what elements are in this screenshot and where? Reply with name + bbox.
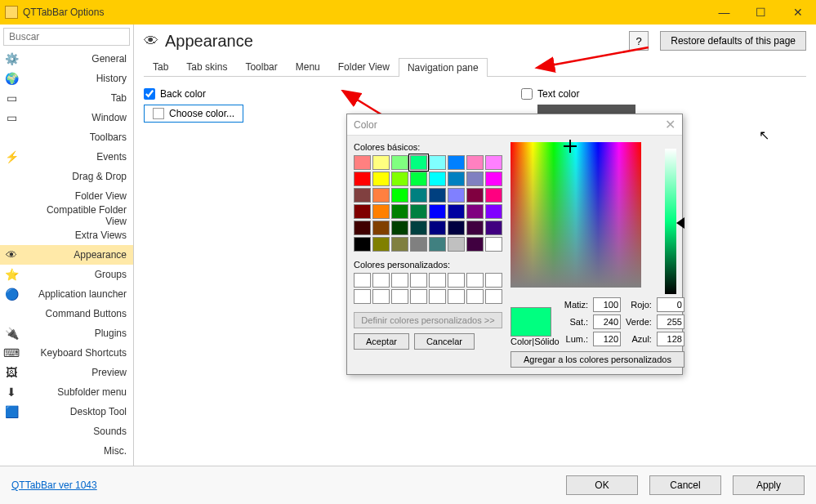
sidebar-item-sounds[interactable]: Sounds: [0, 421, 133, 441]
basic-color-swatch[interactable]: [448, 204, 465, 219]
basic-color-swatch[interactable]: [391, 155, 408, 170]
basic-color-swatch[interactable]: [410, 237, 427, 252]
basic-color-swatch[interactable]: [410, 204, 427, 219]
custom-color-slot[interactable]: [410, 289, 427, 304]
lum-input[interactable]: [593, 332, 621, 346]
color-ok-button[interactable]: Aceptar: [354, 333, 409, 350]
basic-color-swatch[interactable]: [410, 221, 427, 235]
green-input[interactable]: [657, 314, 684, 329]
basic-color-swatch[interactable]: [448, 237, 465, 252]
sidebar-item-application-launcher[interactable]: 🔵Application launcher: [0, 284, 133, 304]
basic-color-swatch[interactable]: [354, 237, 371, 252]
color-gradient-picker[interactable]: [511, 142, 641, 288]
sidebar-item-tab[interactable]: ▭Tab: [0, 88, 133, 108]
basic-color-swatch[interactable]: [410, 188, 427, 203]
minimize-button[interactable]: —: [706, 0, 742, 25]
text-color-checkbox[interactable]: [521, 88, 533, 100]
red-input[interactable]: [657, 297, 684, 312]
sidebar-item-plugins[interactable]: 🔌Plugins: [0, 323, 133, 343]
basic-color-swatch[interactable]: [372, 155, 390, 170]
sidebar-item-command-buttons[interactable]: Command Buttons: [0, 304, 133, 323]
basic-color-swatch[interactable]: [485, 204, 502, 219]
basic-color-swatch[interactable]: [372, 237, 390, 252]
sidebar-item-keyboard-shortcuts[interactable]: ⌨Keyboard Shortcuts: [0, 343, 133, 363]
basic-color-swatch[interactable]: [448, 188, 465, 203]
sidebar-item-general[interactable]: ⚙️General: [0, 49, 133, 69]
restore-defaults-button[interactable]: Restore defaults of this page: [660, 31, 806, 51]
tab-navigation-pane[interactable]: Navigation pane: [399, 58, 488, 77]
back-color-checkbox[interactable]: [144, 88, 155, 100]
tab-menu[interactable]: Menu: [287, 57, 329, 76]
ok-button[interactable]: OK: [566, 475, 638, 495]
sidebar-item-appearance[interactable]: 👁Appearance: [0, 245, 133, 265]
tab-toolbar[interactable]: Toolbar: [236, 57, 286, 76]
sidebar-item-groups[interactable]: ⭐Groups: [0, 265, 133, 284]
custom-color-slot[interactable]: [448, 273, 465, 288]
sidebar-item-extra-views[interactable]: Extra Views: [0, 225, 133, 245]
blue-input[interactable]: [657, 332, 684, 346]
custom-color-slot[interactable]: [372, 289, 390, 304]
custom-color-slot[interactable]: [354, 289, 371, 304]
sidebar-item-drag-drop[interactable]: Drag & Drop: [0, 167, 133, 186]
basic-color-swatch[interactable]: [429, 221, 446, 235]
basic-color-swatch[interactable]: [391, 237, 408, 252]
custom-color-slot[interactable]: [354, 273, 371, 288]
basic-color-swatch[interactable]: [391, 172, 408, 186]
custom-color-slot[interactable]: [448, 289, 465, 304]
basic-color-swatch[interactable]: [354, 221, 371, 235]
basic-color-swatch[interactable]: [466, 188, 484, 203]
basic-color-swatch[interactable]: [372, 221, 390, 235]
sidebar-item-subfolder-menu[interactable]: ⬇Subfolder menu: [0, 382, 133, 402]
basic-color-swatch[interactable]: [466, 172, 484, 186]
basic-color-swatch[interactable]: [354, 188, 371, 203]
search-input[interactable]: [3, 28, 130, 46]
sidebar-item-window[interactable]: ▭Window: [0, 108, 133, 127]
cancel-footer-button[interactable]: Cancel: [649, 475, 721, 495]
sat-input[interactable]: [593, 314, 621, 329]
basic-color-swatch[interactable]: [429, 237, 446, 252]
basic-color-swatch[interactable]: [485, 221, 502, 235]
basic-color-swatch[interactable]: [448, 155, 465, 170]
basic-color-swatch[interactable]: [429, 188, 446, 203]
sidebar-item-preview[interactable]: 🖼Preview: [0, 363, 133, 382]
custom-color-slot[interactable]: [410, 273, 427, 288]
basic-color-swatch[interactable]: [485, 172, 502, 186]
custom-color-slot[interactable]: [372, 273, 390, 288]
basic-color-swatch[interactable]: [354, 172, 371, 186]
luminance-slider[interactable]: [665, 149, 676, 294]
basic-color-swatch[interactable]: [372, 204, 390, 219]
basic-color-swatch[interactable]: [410, 172, 427, 186]
basic-color-swatch[interactable]: [391, 188, 408, 203]
custom-color-slot[interactable]: [391, 289, 408, 304]
basic-color-swatch[interactable]: [429, 172, 446, 186]
sidebar-item-toolbars[interactable]: Toolbars: [0, 127, 133, 147]
basic-color-swatch[interactable]: [448, 221, 465, 235]
basic-color-swatch[interactable]: [410, 155, 427, 170]
sidebar-item-desktop-tool[interactable]: 🟦Desktop Tool: [0, 402, 133, 421]
custom-color-slot[interactable]: [391, 273, 408, 288]
sidebar-item-history[interactable]: 🌍History: [0, 69, 133, 88]
choose-color-button[interactable]: Choose color...: [144, 105, 243, 123]
basic-color-swatch[interactable]: [372, 188, 390, 203]
apply-button[interactable]: Apply: [733, 475, 805, 495]
basic-color-swatch[interactable]: [429, 155, 446, 170]
custom-color-slot[interactable]: [429, 289, 446, 304]
custom-color-slot[interactable]: [466, 289, 484, 304]
basic-color-swatch[interactable]: [372, 172, 390, 186]
color-dialog-close-icon[interactable]: ✕: [665, 117, 676, 132]
basic-color-swatch[interactable]: [485, 188, 502, 203]
basic-color-swatch[interactable]: [391, 204, 408, 219]
basic-color-swatch[interactable]: [466, 237, 484, 252]
sidebar-item-compatible-folder-view[interactable]: Compatible Folder View: [0, 206, 133, 225]
basic-color-swatch[interactable]: [391, 221, 408, 235]
tab-folder-view[interactable]: Folder View: [329, 57, 399, 76]
basic-color-swatch[interactable]: [466, 155, 484, 170]
sidebar-item-events[interactable]: ⚡Events: [0, 147, 133, 167]
basic-color-swatch[interactable]: [354, 204, 371, 219]
tab-tab-skins[interactable]: Tab skins: [177, 57, 236, 76]
maximize-button[interactable]: ☐: [742, 0, 779, 25]
basic-color-swatch[interactable]: [429, 204, 446, 219]
hue-input[interactable]: [593, 297, 621, 312]
custom-color-slot[interactable]: [485, 289, 502, 304]
sidebar-item-folder-view[interactable]: Folder View: [0, 186, 133, 206]
